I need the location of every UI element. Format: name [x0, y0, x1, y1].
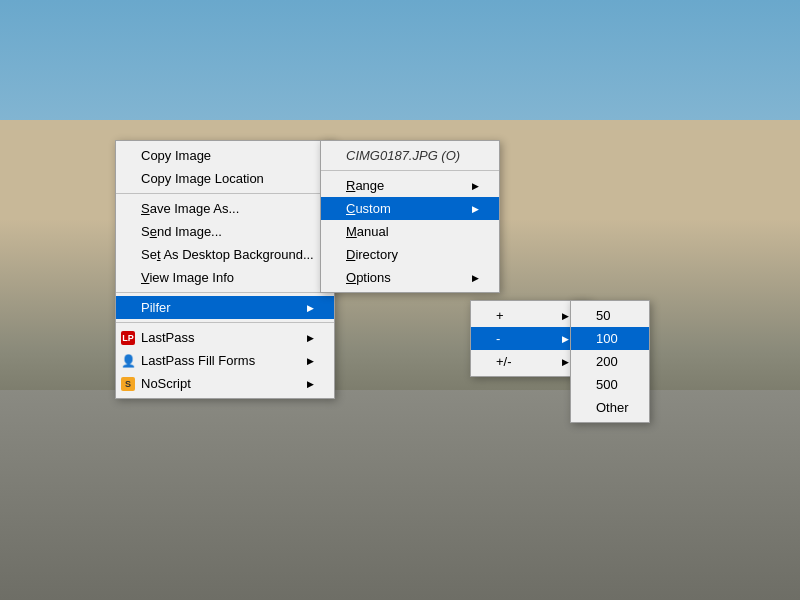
menu-manual[interactable]: Manual: [321, 220, 499, 243]
menu-custom[interactable]: Custom ▶: [321, 197, 499, 220]
separator-2: [116, 292, 334, 293]
lastpass-fill-arrow-icon: ▶: [287, 356, 314, 366]
custom-arrow-icon: ▶: [452, 204, 479, 214]
menu-lastpass[interactable]: LP LastPass ▶: [116, 326, 334, 349]
menu-val-other[interactable]: Other: [571, 396, 649, 419]
context-menu: Copy Image Copy Image Location Save Imag…: [115, 140, 335, 399]
minus-arrow-icon: ▶: [542, 334, 569, 344]
noscript-arrow-icon: ▶: [287, 379, 314, 389]
pilfer-arrow-icon: ▶: [287, 303, 314, 313]
menu-view-image-info[interactable]: View Image Info: [116, 266, 334, 289]
options-arrow-icon: ▶: [452, 273, 479, 283]
submenu-values: 50 100 200 500 Other: [570, 300, 650, 423]
menu-val-100[interactable]: 100: [571, 327, 649, 350]
menu-copy-image-location[interactable]: Copy Image Location: [116, 167, 334, 190]
pilfer-title: CIMG0187.JPG (O): [321, 144, 499, 167]
road: [0, 390, 800, 600]
menu-options[interactable]: Options ▶: [321, 266, 499, 289]
menu-set-desktop[interactable]: Set As Desktop Background...: [116, 243, 334, 266]
menu-directory[interactable]: Directory: [321, 243, 499, 266]
menu-lastpass-fill[interactable]: 👤 LastPass Fill Forms ▶: [116, 349, 334, 372]
submenu-pilfer: CIMG0187.JPG (O) Range ▶ Custom ▶ Manual…: [320, 140, 500, 293]
range-arrow-icon: ▶: [452, 181, 479, 191]
menu-save-image-as[interactable]: Save Image As...: [116, 197, 334, 220]
plusminus-arrow-icon: ▶: [542, 357, 569, 367]
lastpass-icon: LP: [120, 330, 136, 346]
separator-3: [116, 322, 334, 323]
menu-pilfer[interactable]: Pilfer ▶: [116, 296, 334, 319]
pilfer-sep-1: [321, 170, 499, 171]
menu-val-200[interactable]: 200: [571, 350, 649, 373]
menu-range[interactable]: Range ▶: [321, 174, 499, 197]
menu-noscript[interactable]: S NoScript ▶: [116, 372, 334, 395]
lastpass-arrow-icon: ▶: [287, 333, 314, 343]
people-icon: 👤: [120, 353, 136, 369]
menu-val-50[interactable]: 50: [571, 304, 649, 327]
separator-1: [116, 193, 334, 194]
menu-val-500[interactable]: 500: [571, 373, 649, 396]
menu-copy-image[interactable]: Copy Image: [116, 144, 334, 167]
menu-send-image[interactable]: Send Image...: [116, 220, 334, 243]
plus-arrow-icon: ▶: [542, 311, 569, 321]
noscript-icon: S: [120, 376, 136, 392]
